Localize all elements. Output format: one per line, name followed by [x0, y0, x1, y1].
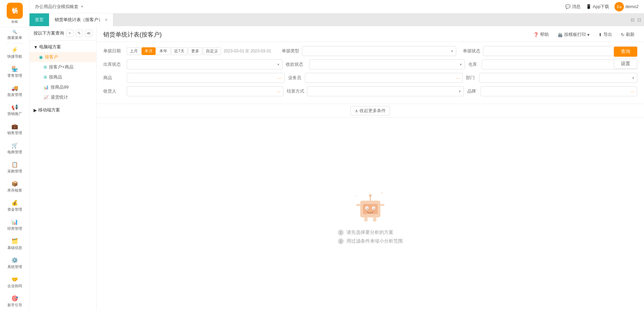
scheme-edit-btn[interactable]: ✎: [75, 30, 83, 37]
empty-step2: 2 用过滤条件来缩小分析范围: [338, 238, 403, 244]
scheme-collapse-btn[interactable]: ≪: [85, 30, 92, 37]
step1-circle: 1: [338, 229, 344, 236]
collapse-more-btn[interactable]: ∧ 收起更多条件: [351, 106, 390, 115]
breadcrumb-text: 办公用品行业模拟账套: [35, 4, 78, 10]
retail-icon: 🏪: [11, 66, 18, 72]
message-icon: 💬: [565, 4, 571, 9]
scheme-group-desktop-header[interactable]: ▼ 电脑端方案: [30, 42, 96, 52]
marketing-label: 营销推广: [7, 111, 22, 116]
by-cg-label: 按客户+商品: [49, 64, 73, 70]
goods-select[interactable]: ···: [127, 73, 285, 83]
department-chevron: ▾: [632, 76, 634, 80]
scheme-add-btn[interactable]: +: [66, 30, 73, 37]
date-this-month-btn[interactable]: 本月: [142, 47, 156, 55]
department-select[interactable]: ▾: [479, 73, 637, 83]
tab-sales-stat[interactable]: 销货单统计表（按客户） ✕: [49, 13, 113, 26]
sidebar-item-purchase[interactable]: 📋 采购管理: [0, 158, 29, 177]
brand-select[interactable]: ···: [481, 86, 637, 96]
scheme-group-desktop: ▼ 电脑端方案 ◉ 按客户 ⊞ 按客户+商品 ⊞ 按商品 📊 按商品99: [30, 41, 96, 104]
shortcut-icon: ⚡: [11, 47, 18, 53]
system-icon: ⚙️: [11, 257, 18, 263]
sidebar-item-system[interactable]: ⚙️ 系统管理: [0, 254, 29, 273]
scheme-panel: 按以下方案查询 + ✎ ≪ ▼ 电脑端方案 ◉ 按客户 ⊞: [30, 26, 97, 310]
mobile-group-label: 移动端方案: [38, 107, 60, 113]
date-custom-btn[interactable]: 自定义: [203, 47, 221, 55]
export-btn[interactable]: ⬆ 导出: [596, 30, 615, 39]
by-customer-label: 按客户: [45, 54, 58, 60]
user-area[interactable]: Ea demo2: [614, 2, 639, 11]
sidebar-item-shortcut[interactable]: ⚡ 快捷导航: [0, 43, 29, 62]
scheme-item-return-stat[interactable]: 📈 退货统计: [30, 92, 96, 102]
tab-home[interactable]: 首页: [30, 13, 49, 26]
scheme-item-by-customer[interactable]: ◉ 按客户: [30, 52, 96, 62]
tab-minimize-btn[interactable]: ⊟: [631, 17, 635, 22]
reset-btn[interactable]: 设置: [614, 59, 637, 69]
sidebar-item-operation[interactable]: 📊 经营管理: [0, 215, 29, 235]
empty-illustration: ✦ ✦: [350, 184, 390, 224]
doc-type-select[interactable]: ▾: [302, 46, 456, 56]
tab-maximize-btn[interactable]: ⊡: [637, 17, 641, 22]
sidebar-item-inventory[interactable]: 📦 库存核算: [0, 177, 29, 196]
svg-point-4: [367, 207, 368, 209]
sidebar-item-wholesale[interactable]: 🚚 批发管理: [0, 82, 29, 101]
scheme-actions: + ✎ ≪: [66, 30, 92, 37]
sidebar-item-retail[interactable]: 🏪 零售管理: [0, 62, 29, 82]
sidebar-item-marketing[interactable]: 📢 营销推广: [0, 101, 29, 120]
app-download-btn[interactable]: 📱 App下载: [586, 4, 609, 10]
sidebar-item-newuser[interactable]: 🎯 新手引导: [0, 292, 29, 310]
search-icon: 🔍: [12, 30, 17, 34]
scheme-item-by-customer-goods[interactable]: ⊞ 按客户+商品: [30, 62, 96, 72]
salesperson-select[interactable]: ···: [305, 73, 463, 83]
date-more-btn[interactable]: 更多: [188, 47, 202, 55]
sidebar-search[interactable]: 🔍 搜索菜单: [6, 27, 23, 43]
recipient-label: 收货人: [103, 88, 127, 94]
goods-dots: ···: [278, 75, 282, 81]
date-last-month-btn[interactable]: 上月: [127, 47, 141, 55]
scheme-group-mobile-header[interactable]: ▶ 移动端方案: [30, 105, 96, 115]
receipt-status-label: 收款状态: [286, 61, 309, 67]
svg-point-5: [373, 207, 375, 209]
logo-char: 畅: [12, 7, 18, 15]
message-btn[interactable]: 💬 消息: [565, 4, 581, 10]
sidebar-item-sales[interactable]: 💼 销售管理: [0, 120, 29, 139]
page-header: 销货单统计表(按客户) ❓ 帮助 🖨️ 按模板打印 ▾ ⬆ 导出: [97, 26, 644, 42]
svg-point-7: [369, 194, 372, 197]
desktop-group-label: 电脑端方案: [39, 44, 61, 50]
data-area: ✦ ✦ 1 请先选择要分析的方案 2 用过滤条件来缩小分析范围: [97, 118, 644, 310]
page-title: 销货单统计表(按客户): [103, 31, 162, 39]
date-last7days-btn[interactable]: 近7天: [171, 47, 187, 55]
receipt-status-select[interactable]: ▾: [309, 59, 465, 69]
date-this-year-btn[interactable]: 本年: [156, 47, 170, 55]
retail-label: 零售管理: [7, 73, 22, 78]
sidebar-item-ecommerce[interactable]: 🛒 电商管理: [0, 139, 29, 158]
avatar-text: Ea: [617, 5, 622, 9]
help-btn[interactable]: ❓ 帮助: [531, 30, 551, 39]
step2-circle: 2: [338, 238, 344, 244]
settlement-select[interactable]: ▾: [307, 86, 464, 96]
scheme-item-by-goods[interactable]: ⊞ 按商品: [30, 72, 96, 82]
sidebar-item-enterprise[interactable]: 🤝 企业协同: [0, 273, 29, 292]
purchase-icon: 📋: [11, 161, 18, 168]
scheme-item-by-goods99[interactable]: 📊 按商品99: [30, 82, 96, 92]
recipient-select[interactable]: ···: [127, 86, 283, 96]
finance-label: 资金管理: [7, 207, 22, 212]
date-buttons: 上月 本月 本年 近7天 更多 自定义: [127, 47, 221, 55]
tab-close-btn[interactable]: ✕: [105, 18, 108, 22]
filter-row-4: 收货人 ··· 结算方式 ▾ 品牌 ···: [103, 86, 637, 96]
top-header: 办公用品行业模拟账套 ▾ 💬 消息 📱 App下载 Ea demo2: [30, 0, 644, 13]
print-btn[interactable]: 🖨️ 按模板打印 ▾: [555, 30, 592, 39]
export-label: 导出: [603, 32, 612, 38]
export-icon: ⬆: [598, 32, 602, 37]
date-filter-control: 上月 本月 本年 近7天 更多 自定义 2023-03-01 至 2023-03…: [127, 47, 275, 55]
refresh-btn[interactable]: ↻ 刷新: [618, 30, 637, 39]
svg-rect-11: [373, 217, 376, 221]
query-btn[interactable]: 查询: [614, 47, 637, 57]
brand-dots: ···: [631, 89, 634, 94]
search-label: 搜索菜单: [7, 35, 22, 40]
sidebar-item-basic[interactable]: 🗂️ 基础信息: [0, 235, 29, 254]
sidebar-item-finance[interactable]: 💰 资金管理: [0, 196, 29, 215]
sidebar-nav: ⚡ 快捷导航 🏪 零售管理 🚚 批发管理 📢 营销推广 💼 销售管理 🛒 电商管…: [0, 43, 29, 310]
out-status-select[interactable]: ▾: [127, 59, 282, 69]
inventory-icon: 📦: [11, 180, 18, 187]
svg-rect-9: [380, 204, 384, 206]
